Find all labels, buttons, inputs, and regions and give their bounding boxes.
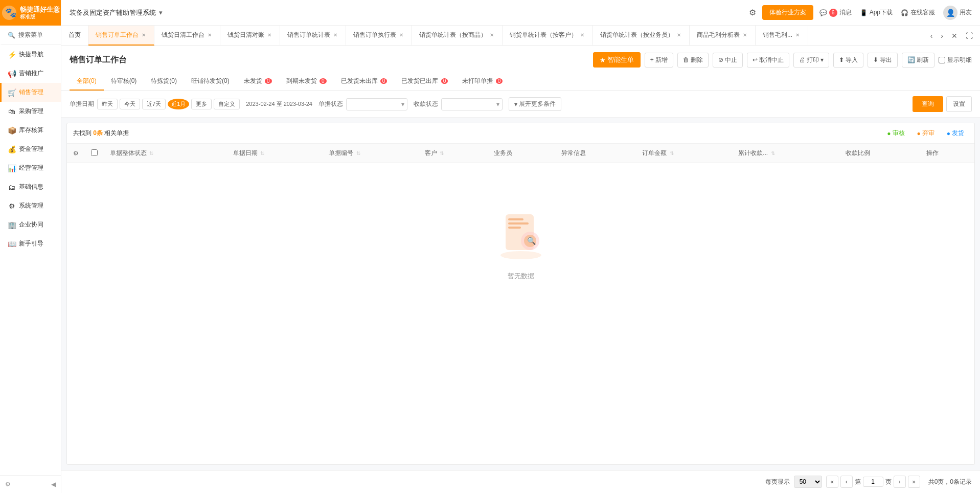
tab-order-exec-close[interactable]: ✕: [398, 32, 404, 38]
th-checkbox[interactable]: [85, 144, 104, 163]
subtab-overdue[interactable]: 到期未发货 0: [279, 73, 334, 91]
tab-sales-staff[interactable]: 销货单统计表（按业务员） ✕: [593, 26, 690, 46]
user-btn[interactable]: 👤 用友: [943, 6, 972, 20]
date-btn-custom[interactable]: 自定义: [214, 99, 240, 109]
sidebar-item-system[interactable]: ⚙ 系统管理: [0, 196, 61, 215]
import-btn[interactable]: ⬆ 导入: [833, 53, 863, 68]
message-btn[interactable]: 💬 6 消息: [819, 8, 852, 17]
page-input[interactable]: [863, 477, 883, 487]
settings-icon[interactable]: ⚙: [5, 481, 11, 488]
collapse-icon[interactable]: ◀: [51, 481, 56, 488]
show-detail-checkbox[interactable]: [939, 57, 945, 63]
status-select[interactable]: [346, 98, 407, 110]
industry-btn[interactable]: 体验行业方案: [762, 5, 813, 20]
tab-reconciliation[interactable]: 钱货日清对账 ✕: [220, 26, 280, 46]
sort-amount-icon[interactable]: ⇅: [670, 150, 674, 156]
tab-close-all-btn[interactable]: ✕: [948, 30, 961, 42]
sidebar-item-marketing[interactable]: 📢 营销推广: [0, 64, 61, 83]
date-btn-month[interactable]: 近1月: [168, 99, 189, 109]
stop-btn[interactable]: ⊘ 中止: [713, 53, 743, 68]
online-support-btn[interactable]: 🎧 在线客服: [901, 8, 935, 17]
tab-sales-product-close[interactable]: ✕: [489, 32, 495, 38]
approve-btn[interactable]: ● 审核: [883, 127, 908, 139]
tab-sales-margin-close[interactable]: ✕: [794, 32, 801, 38]
search-menu[interactable]: 🔍 搜索菜单: [0, 26, 61, 45]
col-settings[interactable]: ⚙: [67, 144, 85, 163]
query-btn[interactable]: 查询: [913, 96, 943, 112]
tab-prev-btn[interactable]: ‹: [927, 30, 936, 42]
tab-daily-clear[interactable]: 钱货日清工作台 ✕: [154, 26, 220, 46]
tab-margin-analysis-close[interactable]: ✕: [742, 32, 748, 38]
subtab-shipped-not-out[interactable]: 已发货未出库 0: [334, 73, 395, 91]
tab-sales-workbench[interactable]: 销售订单工作台 ✕: [88, 26, 154, 46]
sort-status-icon[interactable]: ⇅: [149, 150, 153, 156]
tab-daily-clear-close[interactable]: ✕: [207, 32, 213, 38]
tab-sales-customer[interactable]: 销货单统计表（按客户） ✕: [503, 26, 593, 46]
cancel-stop-btn[interactable]: ↩ 取消中止: [747, 53, 789, 68]
set-btn[interactable]: 设置: [946, 96, 972, 112]
tab-sales-product[interactable]: 销货单统计表（按商品） ✕: [412, 26, 503, 46]
tab-next-btn[interactable]: ›: [938, 30, 946, 42]
page-last-btn[interactable]: »: [908, 476, 920, 488]
sort-cumulative-icon[interactable]: ⇅: [771, 150, 775, 156]
sidebar-item-purchase[interactable]: 🛍 采购管理: [0, 102, 61, 121]
ship-btn[interactable]: ● 发货: [943, 127, 968, 139]
marketing-icon: 📢: [8, 70, 16, 78]
print-btn[interactable]: 🖨 打印 ▾: [793, 53, 829, 68]
date-btn-today[interactable]: 今天: [120, 99, 140, 109]
tab-maximize-btn[interactable]: ⛶: [963, 30, 976, 42]
sidebar-item-sales[interactable]: 🛒 销售管理: [0, 83, 61, 102]
tab-margin-analysis[interactable]: 商品毛利分析表 ✕: [690, 26, 756, 46]
sidebar-item-inventory[interactable]: 📦 库存核算: [0, 121, 61, 140]
sidebar-item-enterprise[interactable]: 🏢 企业协同: [0, 215, 61, 234]
tab-home[interactable]: 首页: [61, 26, 88, 46]
smart-create-btn[interactable]: ★ 智能生单: [593, 52, 641, 68]
tab-reconciliation-close[interactable]: ✕: [266, 32, 272, 38]
sidebar-item-finance[interactable]: 💰 资金管理: [0, 140, 61, 159]
tab-sales-margin[interactable]: 销售毛利... ✕: [756, 26, 808, 46]
export-btn[interactable]: ⬇ 导出: [868, 53, 898, 68]
page-size-select[interactable]: 50 100: [794, 476, 822, 488]
date-range-display: 2023-02-24 至 2023-03-24: [246, 100, 312, 108]
total-info: 共0页，0条记录: [928, 478, 972, 486]
shipped-out-badge: 0: [441, 78, 448, 84]
date-btn-more[interactable]: 更多: [191, 99, 212, 109]
app-download-btn[interactable]: 📱 App下载: [860, 8, 893, 17]
subtab-pending-review[interactable]: 待审核(0): [104, 73, 144, 91]
delete-btn[interactable]: 🗑 删除: [677, 53, 709, 68]
topbar-settings-icon[interactable]: ⚙: [749, 8, 756, 17]
sidebar-item-quicknav[interactable]: ⚡ 快捷导航: [0, 45, 61, 64]
tab-order-stats-close[interactable]: ✕: [332, 32, 338, 38]
tab-order-exec[interactable]: 销售订单执行表 ✕: [346, 26, 412, 46]
page-first-btn[interactable]: «: [826, 476, 838, 488]
subtab-unprinted[interactable]: 未打印单据 0: [455, 73, 510, 91]
payment-select[interactable]: [441, 98, 503, 110]
revoke-btn[interactable]: ● 弃审: [913, 127, 939, 139]
date-btn-7days[interactable]: 近7天: [142, 99, 166, 109]
page-prev-btn[interactable]: ‹: [840, 476, 853, 488]
date-btn-yesterday[interactable]: 昨天: [97, 99, 118, 109]
subtab-wangpu-pending[interactable]: 旺铺待发货(0): [184, 73, 237, 91]
subtab-pending-pick[interactable]: 待拣货(0): [144, 73, 184, 91]
th-staff: 业务员: [488, 144, 555, 163]
show-detail-checkbox-label[interactable]: 显示明细: [939, 56, 972, 64]
sort-customer-icon[interactable]: ⇅: [440, 150, 444, 156]
sidebar-item-base[interactable]: 🗂 基础信息: [0, 177, 61, 196]
select-all-checkbox[interactable]: [91, 149, 98, 156]
subtab-all[interactable]: 全部(0): [70, 73, 104, 91]
tab-order-stats[interactable]: 销售订单统计表 ✕: [280, 26, 346, 46]
page-next-btn[interactable]: ›: [894, 476, 906, 488]
subtab-shipped-out[interactable]: 已发货已出库 0: [394, 73, 455, 91]
expand-filter-btn[interactable]: ▾ 展开更多条件: [509, 97, 561, 111]
tab-sales-staff-close[interactable]: ✕: [676, 32, 682, 38]
tab-sales-workbench-close[interactable]: ✕: [141, 32, 147, 38]
topbar-dropdown-icon[interactable]: ▾: [159, 9, 163, 16]
sort-date-icon[interactable]: ⇅: [260, 150, 264, 156]
subtab-unshipped[interactable]: 未发货 0: [237, 73, 279, 91]
refresh-btn[interactable]: 🔄 刷新: [902, 53, 935, 68]
sidebar-item-operations[interactable]: 📊 经营管理: [0, 159, 61, 177]
add-btn[interactable]: + 新增: [645, 53, 673, 68]
tab-sales-customer-close[interactable]: ✕: [579, 32, 585, 38]
sort-number-icon[interactable]: ⇅: [356, 150, 360, 156]
sidebar-item-newguide[interactable]: 📖 新手引导: [0, 234, 61, 253]
